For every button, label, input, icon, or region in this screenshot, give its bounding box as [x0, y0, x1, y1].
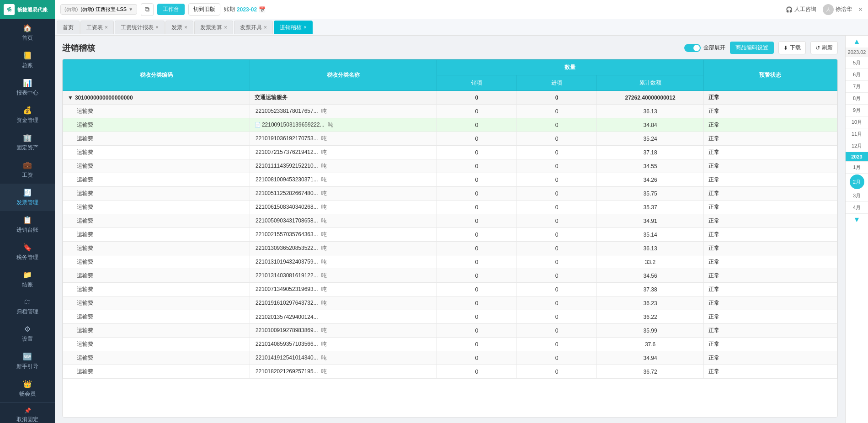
sidebar-unpin[interactable]: 📌 取消固定 — [0, 402, 55, 423]
tab-salary_stat[interactable]: 工资统计报表× — [115, 21, 165, 34]
cell-item-name: 运输费 — [63, 105, 250, 118]
cal-month-2月[interactable]: 2月 — [850, 174, 864, 189]
cell-status: 正常 — [703, 338, 837, 351]
cell-cumulative: 34.56 — [597, 269, 704, 283]
sidebar-item-archive[interactable]: 🗂 归档管理 — [0, 293, 55, 320]
sidebar-item-invoice_mgmt[interactable]: 🧾 发票管理 — [0, 184, 55, 211]
sidebar-label-settings: 设置 — [22, 335, 33, 343]
table-row: 运输费 2210061508340340268... 吨 0 0 35.37 正… — [63, 201, 837, 214]
sidebar-label-member: 畅会员 — [19, 390, 36, 398]
sidebar-item-salary[interactable]: 💼 工资 — [0, 156, 55, 184]
sidebar-icon-settle: 📁 — [23, 270, 32, 279]
tab-invoice_open[interactable]: 发票开具× — [234, 21, 273, 34]
table-row: 运输费 2210021557035764363... 吨 0 0 35.14 正… — [63, 228, 837, 242]
cell-sales: 0 — [437, 296, 517, 310]
tab-close-invoice[interactable]: × — [184, 24, 187, 31]
tab-close-salary[interactable]: × — [105, 24, 108, 31]
unit-tag: 吨 — [321, 354, 327, 361]
cell-purchase: 0 — [517, 159, 597, 173]
sidebar-item-member[interactable]: 👑 畅会员 — [0, 375, 55, 402]
tab-home[interactable]: 首页 — [57, 21, 80, 34]
cal-month-1月[interactable]: 1月 — [846, 162, 868, 174]
cal-month-prev[interactable]: 11月 — [846, 128, 868, 140]
copy-button[interactable]: ⧉ — [141, 3, 154, 16]
cell-status: 正常 — [703, 255, 837, 269]
cell-status: 正常 — [703, 269, 837, 283]
cal-month-prev[interactable]: 10月 — [846, 116, 868, 128]
sidebar-item-home[interactable]: 🏠 首页 — [0, 19, 55, 47]
cal-month-4月[interactable]: 4月 — [846, 202, 868, 214]
table-row: 运输费 2210140859357103566... 吨 0 0 37.6 正常 — [63, 338, 837, 351]
cell-cumulative: 35.37 — [597, 201, 704, 214]
expand-icon[interactable]: ▼ — [68, 95, 73, 101]
toggle-all-switch[interactable] — [684, 44, 701, 52]
cell-item-name: 运输费 — [63, 132, 250, 146]
unit-tag: 吨 — [321, 327, 327, 333]
cell-sales: 0 — [437, 91, 517, 105]
workbench-button[interactable]: 工作台 — [157, 4, 185, 15]
sidebar-item-purchase_sale[interactable]: 📋 进销台账 — [0, 211, 55, 238]
sidebar-icon-member: 👑 — [23, 380, 32, 388]
th-cumulative: 累计数额 — [597, 75, 704, 91]
sidebar-item-settings[interactable]: ⚙ 设置 — [0, 320, 55, 348]
top-bar: (勿动) (勿动) 江西报宝-LSS ▼ ⧉ 工作台 切到旧版 账期 2023-… — [55, 0, 868, 19]
cell-cumulative: 36.23 — [597, 296, 704, 310]
tab-close-reconcile[interactable]: × — [304, 24, 307, 31]
cal-month-3月[interactable]: 3月 — [846, 190, 868, 202]
cell-item-name: 运输费 — [63, 146, 250, 159]
cal-month-prev[interactable]: 9月 — [846, 105, 868, 116]
cell-purchase: 0 — [517, 310, 597, 324]
tab-salary[interactable]: 工资表× — [80, 21, 114, 34]
support-button[interactable]: 🎧 人工咨询 — [786, 5, 816, 13]
close-button[interactable]: × — [858, 5, 863, 14]
sidebar-item-tax[interactable]: 🔖 税务管理 — [0, 238, 55, 266]
switch-version-button[interactable]: 切到旧版 — [188, 3, 220, 16]
cell-invoice-code: 2210141912541014340... 吨 — [250, 351, 437, 365]
sidebar-label-invoice_mgmt: 发票管理 — [16, 199, 38, 206]
calendar-icon[interactable]: 📅 — [259, 6, 266, 13]
cell-purchase: 0 — [517, 255, 597, 269]
calendar-up-nav[interactable]: ▲ — [846, 36, 868, 48]
company-selector[interactable]: (勿动) (勿动) 江西报宝-LSS ▼ — [60, 4, 137, 15]
cal-month-prev[interactable]: 6月 — [846, 69, 868, 81]
sidebar-item-capital[interactable]: 💰 资金管理 — [0, 101, 55, 129]
sidebar-item-settle[interactable]: 📁 结账 — [0, 266, 55, 293]
sidebar-item-guide[interactable]: 🆕 新手引导 — [0, 348, 55, 375]
cell-purchase: 0 — [517, 269, 597, 283]
content-area: 进销稽核 全部展开 商品编码设置 ⬇ 下载 ↺ 刷新 — [55, 36, 868, 423]
sidebar-item-assets[interactable]: 🏢 固定资产 — [0, 129, 55, 156]
cal-month-prev[interactable]: 8月 — [846, 93, 868, 105]
table-row: 运输费 2210182021269257195... 吨 0 0 36.72 正… — [63, 365, 837, 379]
tab-reconcile[interactable]: 进销稽核× — [274, 21, 313, 34]
table-row: 运输费 2210072157376219412... 吨 0 0 37.18 正… — [63, 146, 837, 159]
tabs-bar: 首页工资表×工资统计报表×发票×发票测算×发票开具×进销稽核× — [55, 19, 868, 36]
calendar-down-nav[interactable]: ▼ — [846, 214, 868, 226]
sidebar-item-report[interactable]: 📊 报表中心 — [0, 74, 55, 101]
cell-cumulative: 33.2 — [597, 255, 704, 269]
page-content: 进销稽核 全部展开 商品编码设置 ⬇ 下载 ↺ 刷新 — [55, 36, 845, 423]
tab-invoice_calc[interactable]: 发票测算× — [194, 21, 233, 34]
tab-close-salary_stat[interactable]: × — [155, 24, 159, 31]
tab-close-invoice_open[interactable]: × — [264, 24, 267, 31]
cell-sales: 0 — [437, 132, 517, 146]
tab-invoice[interactable]: 发票× — [165, 21, 193, 34]
cal-month-prev[interactable]: 12月 — [846, 140, 868, 152]
table-row: ▼3010000000000000000 交通运输服务 0 0 27262.40… — [63, 91, 837, 105]
tab-close-invoice_calc[interactable]: × — [224, 24, 227, 31]
cal-month-prev[interactable]: 5月 — [846, 57, 868, 69]
cell-invoice-code: 2210071349052319693... 吨 — [250, 283, 437, 296]
cal-month-prev[interactable]: 7月 — [846, 81, 868, 93]
cell-purchase: 0 — [517, 132, 597, 146]
product-setting-button[interactable]: 商品编码设置 — [730, 42, 774, 54]
cell-status: 正常 — [703, 214, 837, 228]
table-row: 运输费 2210130936520853522... 吨 0 0 36.13 正… — [63, 242, 837, 255]
cell-purchase: 0 — [517, 283, 597, 296]
download-button[interactable]: ⬇ 下载 — [778, 41, 806, 54]
page-title: 进销稽核 — [62, 42, 95, 53]
cell-purchase: 0 — [517, 187, 597, 201]
refresh-button[interactable]: ↺ 刷新 — [810, 41, 838, 54]
sidebar-item-ledger[interactable]: 📒 总账 — [0, 47, 55, 74]
cell-status: 正常 — [703, 132, 837, 146]
toggle-all-label: 全部展开 — [703, 44, 725, 52]
cell-purchase: 0 — [517, 365, 597, 379]
